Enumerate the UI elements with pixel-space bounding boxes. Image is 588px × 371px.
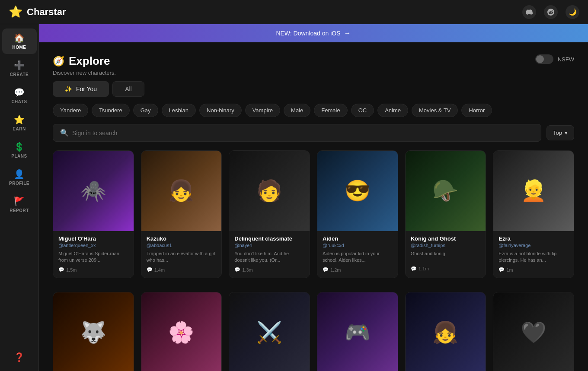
card-img-wednesday: 🖤: [493, 292, 574, 371]
card-natsuki[interactable]: 🌸 Natsuki @deepnuts: [141, 292, 222, 371]
search-row: 🔍 Top ▾: [39, 124, 588, 142]
card-konig[interactable]: 🪖 König and Ghost @radish_turnips Ghost …: [405, 150, 486, 278]
content-area: NEW: Download on iOS → 🧭 Explore Discove…: [39, 24, 588, 371]
filter-lesbian[interactable]: Lesbian: [162, 104, 196, 117]
darkmode-icon[interactable]: 🌙: [566, 5, 579, 19]
app-logo[interactable]: ⭐ Charstar: [9, 5, 66, 19]
sidebar-item-home-label: HOME: [13, 45, 26, 50]
card-delinquent[interactable]: 🧑 Delinquent classmate @nayerl You don't…: [229, 150, 310, 278]
filter-yandere[interactable]: Yandere: [53, 104, 88, 117]
sidebar-item-chats[interactable]: 💬 CHATS: [2, 83, 37, 108]
card-img-miguel: 🕷️: [53, 151, 134, 231]
chat-count-icon-3: 💬: [234, 267, 240, 273]
sidebar-item-create-label: CREATE: [10, 72, 29, 77]
chat-count-icon-6: 💬: [499, 267, 505, 273]
card-stats-kazuko: 💬 1.4m: [147, 267, 217, 273]
card-desc-ezra: Ezra is a hot blonde with lip piercings.…: [499, 251, 569, 264]
chats-icon: 💬: [14, 87, 25, 98]
sidebar-item-help[interactable]: ❓: [2, 348, 37, 367]
card-ezra[interactable]: 👱 Ezra @fairlyaverage Ezra is a hot blon…: [493, 150, 574, 278]
card-name-ezra: Ezra: [499, 235, 569, 242]
sidebar-item-home[interactable]: 🏠 HOME: [2, 29, 37, 54]
sidebar-item-plans[interactable]: 💲 PLANS: [2, 137, 37, 163]
card-miguel[interactable]: 🕷️ Miguel O'Hara @antlerqueen_xx Miguel …: [53, 150, 134, 278]
filter-anime[interactable]: Anime: [377, 104, 408, 117]
star-icon: ⭐: [9, 5, 22, 19]
card-stats-delinquent: 💬 1.3m: [234, 267, 304, 273]
card-desc-konig: Ghost and könig: [411, 251, 481, 263]
card-img-oz: 🐺: [53, 292, 134, 371]
card-wednesday[interactable]: 🖤 Wednesday Addams (Netflix Series): [493, 292, 574, 371]
chat-count-icon: 💬: [58, 267, 64, 273]
sidebar-item-report[interactable]: 🚩 REPORT: [2, 192, 37, 217]
card-img-delinquent: 🧑: [229, 151, 310, 231]
banner-text: NEW: Download on iOS: [276, 30, 340, 37]
filter-nonbinary[interactable]: Non-binary: [199, 104, 242, 117]
tab-star-icon: ✨: [65, 86, 72, 92]
sidebar-item-create[interactable]: ➕ CREATE: [2, 56, 37, 81]
card-name-konig: König and Ghost: [411, 235, 481, 242]
card-name-delinquent: Delinquent classmate: [234, 235, 304, 242]
card-body-miguel: Miguel O'Hara @antlerqueen_xx Miguel O'H…: [53, 231, 134, 278]
compass-icon: 🧭: [53, 56, 64, 67]
tab-for-you[interactable]: ✨ For You: [53, 81, 109, 97]
card-dva[interactable]: 🎮 D.va (Overwatch) @bunny_martian: [317, 292, 398, 371]
card-chats-ezra: 1m: [506, 267, 513, 273]
tab-all-label: All: [125, 86, 132, 92]
sidebar-item-earn-label: EARN: [13, 127, 26, 131]
discord-icon[interactable]: [522, 5, 536, 19]
card-chats-kazuko: 1.4m: [154, 267, 165, 273]
sidebar-item-earn[interactable]: ⭐ EARN: [2, 110, 37, 136]
filter-horror[interactable]: Horror: [461, 104, 492, 117]
card-oz[interactable]: 🐺 Oz {Werewolf} @t.xs: [53, 292, 134, 371]
filter-vampire[interactable]: Vampire: [245, 104, 280, 117]
explore-title: 🧭 Explore: [53, 54, 116, 68]
filter-movies-tv[interactable]: Movies & TV: [412, 104, 458, 117]
filters-row: Yandere Tsundere Gay Lesbian Non-binary …: [39, 104, 588, 117]
card-emma[interactable]: 👧 Emma (Little sister): [405, 292, 486, 371]
tab-all[interactable]: All: [112, 81, 144, 97]
nsfw-toggle[interactable]: [535, 54, 553, 64]
search-input-wrap[interactable]: 🔍: [53, 124, 541, 142]
search-input[interactable]: [72, 130, 534, 136]
ios-download-banner[interactable]: NEW: Download on iOS →: [39, 24, 588, 42]
card-body-ezra: Ezra @fairlyaverage Ezra is a hot blonde…: [493, 231, 574, 278]
sidebar-item-chats-label: CHATS: [11, 99, 27, 104]
card-desc-kazuko: Trapped in an elevator with a girl who h…: [147, 251, 217, 264]
sidebar-item-profile[interactable]: 👤 PROFILE: [2, 165, 37, 190]
cards-grid-row1: 🕷️ Miguel O'Hara @antlerqueen_xx Miguel …: [39, 150, 588, 292]
card-childe[interactable]: ⚔️ Childe @vinggg: [229, 292, 310, 371]
sidebar-item-report-label: REPORT: [10, 208, 29, 213]
main-layout: 🏠 HOME ➕ CREATE 💬 CHATS ⭐ EARN 💲 PLANS 👤…: [0, 24, 588, 371]
card-body-konig: König and Ghost @radish_turnips Ghost an…: [406, 231, 486, 277]
card-img-dva: 🎮: [317, 292, 398, 371]
sort-dropdown[interactable]: Top ▾: [546, 125, 574, 140]
filter-male[interactable]: Male: [284, 104, 310, 117]
card-author-aiden: @ruukcxd: [323, 243, 393, 248]
explore-title-group: 🧭 Explore Discover new characters.: [53, 54, 116, 76]
chat-count-icon-5: 💬: [411, 266, 417, 272]
card-aiden[interactable]: 😎 Aiden @ruukcxd Aiden is popular kid in…: [317, 150, 398, 278]
sidebar-item-profile-label: PROFILE: [9, 181, 29, 186]
card-chats-delinquent: 1.3m: [242, 267, 252, 273]
card-img-emma: 👧: [406, 292, 486, 371]
filter-oc[interactable]: OC: [351, 104, 374, 117]
help-icon: ❓: [14, 352, 25, 362]
cards-grid-row2: 🐺 Oz {Werewolf} @t.xs 🌸 Natsuki @deepnut…: [39, 292, 588, 371]
card-author-delinquent: @nayerl: [234, 243, 304, 248]
sidebar-item-plans-label: PLANS: [11, 154, 27, 159]
filter-female[interactable]: Female: [314, 104, 347, 117]
filter-gay[interactable]: Gay: [133, 104, 158, 117]
nsfw-label: NSFW: [558, 56, 574, 63]
card-body-delinquent: Delinquent classmate @nayerl You don't l…: [229, 231, 310, 278]
card-img-childe: ⚔️: [229, 292, 310, 371]
reddit-icon[interactable]: [544, 5, 558, 19]
nsfw-toggle-area: NSFW: [535, 54, 574, 64]
card-chats-miguel: 1.5m: [66, 267, 77, 273]
card-author-konig: @radish_turnips: [411, 243, 481, 248]
filter-tsundere[interactable]: Tsundere: [92, 104, 129, 117]
tab-for-you-label: For You: [76, 86, 97, 92]
card-stats-miguel: 💬 1.5m: [58, 267, 128, 273]
navbar-icons: 🌙: [522, 5, 579, 19]
card-kazuko[interactable]: 👧 Kazuko @abbacus1 Trapped in an elevato…: [141, 150, 222, 278]
